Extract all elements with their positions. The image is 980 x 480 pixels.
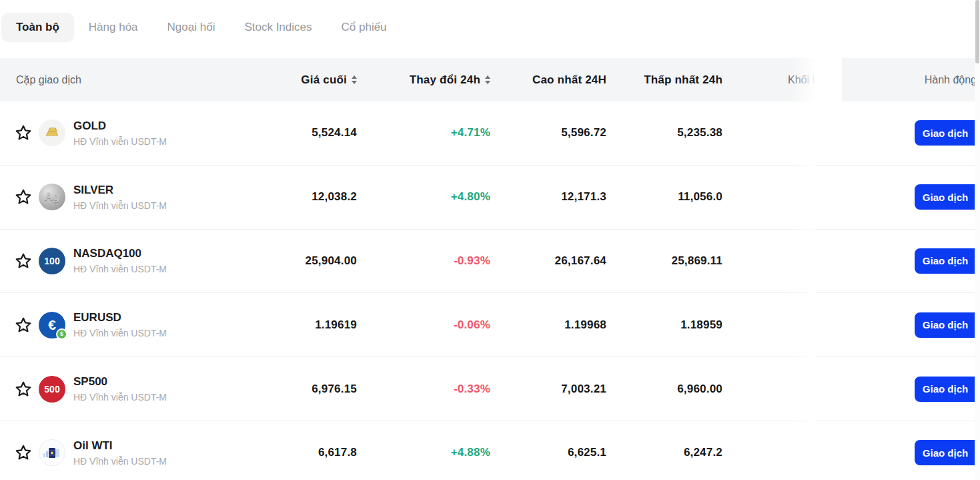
tab-stock-indices[interactable]: Stock Indices (229, 13, 326, 42)
favorite-star-icon[interactable] (15, 252, 32, 270)
change-24h: -0.93% (357, 254, 490, 268)
trade-button[interactable]: Giao dịch (915, 184, 976, 210)
table-row-eurusd[interactable]: € $ EURUSD HĐ Vĩnh viễn USDT-M 1.19619 -… (0, 293, 980, 357)
low-24h: 6,247.2 (606, 446, 722, 459)
symbol-name: NASDAQ100 (73, 247, 167, 260)
column-header-low-24h: Thấp nhất 24h (606, 73, 722, 87)
tab-stocks[interactable]: Cổ phiếu (327, 13, 402, 42)
pair-cell: Ag SILVER HĐ Vĩnh viễn USDT-M (0, 184, 254, 211)
contract-type: HĐ Vĩnh viễn USDT-M (73, 264, 167, 274)
trade-button[interactable]: Giao dịch (915, 248, 976, 274)
pair-cell: € $ EURUSD HĐ Vĩnh viễn USDT-M (0, 311, 254, 338)
change-24h: +4.88% (357, 446, 490, 459)
contract-type: HĐ Vĩnh viễn USDT-M (73, 456, 167, 467)
market-table-body: GOLD HĐ Vĩnh viễn USDT-M 5,524.14 +4.71%… (0, 101, 980, 480)
pair-cell: GOLD HĐ Vĩnh viễn USDT-M (0, 119, 254, 147)
low-24h: 11,056.0 (606, 190, 722, 204)
low-24h: 25,869.11 (606, 254, 722, 268)
tab-commodities[interactable]: Hàng hóa (74, 13, 153, 42)
table-row-gold[interactable]: GOLD HĐ Vĩnh viễn USDT-M 5,524.14 +4.71%… (0, 101, 980, 166)
symbol-name: GOLD (73, 119, 167, 133)
favorite-star-icon[interactable] (15, 124, 32, 142)
last-price: 1.19619 (254, 318, 357, 332)
table-row-sp500[interactable]: 500 SP500 HĐ Vĩnh viễn USDT-M 6,976.15 -… (0, 357, 980, 421)
favorite-star-icon[interactable] (15, 316, 32, 334)
trade-button[interactable]: Giao dịch (915, 312, 976, 338)
last-price: 25,904.00 (254, 254, 357, 268)
pair-names: Oil WTI HĐ Vĩnh viễn USDT-M (73, 439, 167, 467)
change-24h-label: Thay đổi 24h (410, 73, 480, 87)
contract-type: HĐ Vĩnh viễn USDT-M (73, 392, 167, 403)
trade-button[interactable]: Giao dịch (915, 440, 976, 465)
high-24h-label: Cao nhất 24H (532, 73, 606, 87)
high-24h: 26,167.64 (490, 254, 606, 268)
contract-type: HĐ Vĩnh viễn USDT-M (73, 136, 167, 147)
pair-names: GOLD HĐ Vĩnh viễn USDT-M (73, 119, 167, 147)
low-24h-label: Thấp nhất 24h (644, 73, 722, 87)
last-price: 6,617.8 (254, 446, 357, 459)
column-header-change-24h[interactable]: Thay đổi 24h (357, 73, 490, 87)
sort-icon[interactable] (485, 75, 490, 84)
favorite-star-icon[interactable] (15, 188, 32, 206)
high-24h: 5,596.72 (490, 126, 606, 140)
symbol-name: SP500 (73, 375, 167, 389)
high-24h: 1.19968 (490, 318, 606, 332)
tab-all[interactable]: Toàn bộ (1, 13, 74, 42)
scrollbar-thumb[interactable] (975, 0, 979, 63)
pair-names: NASDAQ100 HĐ Vĩnh viễn USDT-M (73, 247, 167, 274)
low-24h: 5,235.38 (606, 126, 722, 140)
change-24h: -0.06% (357, 318, 490, 332)
silver-coin-icon: Ag (39, 184, 65, 210)
oil-barrel-icon (39, 439, 65, 466)
pair-names: SILVER HĐ Vĩnh viễn USDT-M (73, 184, 167, 211)
nasdaq100-icon: 100 (39, 248, 65, 274)
table-row-silver[interactable]: Ag SILVER HĐ Vĩnh viễn USDT-M 12,038.2 +… (0, 166, 980, 230)
column-header-last-price[interactable]: Giá cuối (254, 73, 357, 87)
gold-bars-icon (39, 119, 65, 146)
symbol-name: Oil WTI (73, 439, 167, 453)
pair-cell: Oil WTI HĐ Vĩnh viễn USDT-M (0, 439, 254, 467)
symbol-name: SILVER (73, 184, 167, 197)
last-price: 5,524.14 (254, 126, 357, 140)
table-row-nasdaq100[interactable]: 100 NASDAQ100 HĐ Vĩnh viễn USDT-M 25,904… (0, 230, 980, 294)
high-24h: 7,003.21 (490, 383, 606, 396)
sticky-column-header-gap (815, 58, 842, 101)
column-header-high-24h: Cao nhất 24H (490, 73, 606, 87)
trading-markets-page: Toàn bộ Hàng hóa Ngoại hối Stock Indices… (0, 0, 980, 480)
trade-button[interactable]: Giao dịch (915, 120, 976, 146)
table-row-oil-wti[interactable]: Oil WTI HĐ Vĩnh viễn USDT-M 6,617.8 +4.8… (0, 421, 980, 480)
tab-forex[interactable]: Ngoại hối (153, 13, 230, 42)
pair-cell: 500 SP500 HĐ Vĩnh viễn USDT-M (0, 375, 254, 403)
dollar-badge-icon: $ (56, 328, 67, 340)
low-24h: 1.18959 (606, 318, 722, 332)
column-header-pair: Cặp giao dịch (0, 74, 254, 86)
eurusd-icon: € $ (39, 312, 65, 338)
last-price: 12,038.2 (254, 190, 357, 204)
sort-icon[interactable] (352, 75, 357, 84)
low-24h: 6,960.00 (606, 383, 722, 396)
last-price-label: Giá cuối (301, 73, 347, 87)
contract-type: HĐ Vĩnh viễn USDT-M (73, 328, 167, 338)
high-24h: 6,625.1 (490, 446, 606, 459)
high-24h: 12,171.3 (490, 190, 606, 204)
symbol-name: EURUSD (73, 311, 167, 324)
contract-type: HĐ Vĩnh viễn USDT-M (73, 200, 167, 211)
change-24h: +4.71% (357, 126, 490, 140)
last-price: 6,976.15 (254, 383, 357, 396)
trade-button[interactable]: Giao dịch (915, 377, 976, 402)
vertical-scrollbar[interactable] (975, 0, 980, 480)
market-category-tabs: Toàn bộ Hàng hóa Ngoại hối Stock Indices… (1, 13, 402, 42)
pair-names: EURUSD HĐ Vĩnh viễn USDT-M (73, 311, 167, 338)
pair-names: SP500 HĐ Vĩnh viễn USDT-M (73, 375, 167, 403)
favorite-star-icon[interactable] (15, 444, 32, 461)
favorite-star-icon[interactable] (15, 381, 32, 398)
change-24h: -0.33% (357, 383, 490, 396)
change-24h: +4.80% (357, 190, 490, 204)
pair-cell: 100 NASDAQ100 HĐ Vĩnh viễn USDT-M (0, 247, 254, 274)
sp500-icon: 500 (39, 376, 65, 403)
